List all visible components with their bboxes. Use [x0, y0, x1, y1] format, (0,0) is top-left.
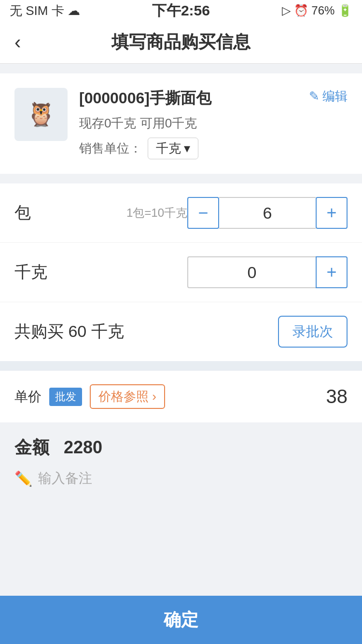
note-placeholder: 输入备注	[38, 469, 92, 488]
note-icon: ✏️	[14, 470, 32, 487]
back-button[interactable]: ‹	[14, 31, 30, 53]
record-batch-button[interactable]: 录批次	[278, 316, 348, 348]
price-section: 单价 批发 价格参照 › 38	[0, 371, 362, 422]
price-badge: 批发	[49, 388, 82, 406]
confirm-button[interactable]: 确定	[0, 596, 362, 644]
nav-bar: ‹ 填写商品购买信息	[0, 21, 362, 64]
bao-quantity-row: 包 1包=10千克 − +	[0, 183, 362, 243]
kg-controls: +	[187, 256, 348, 288]
product-unit-row: 销售单位： 千克 ▾	[79, 138, 348, 159]
status-right: ▷ ⏰ 76% 🔋	[282, 4, 352, 17]
edit-button[interactable]: ✎ 编辑	[309, 88, 348, 105]
total-row: 共购买 60 千克 录批次	[0, 302, 362, 361]
edit-icon: ✎	[309, 89, 320, 104]
price-ref-button[interactable]: 价格参照 ›	[90, 384, 165, 409]
unit-label: 销售单位：	[79, 140, 142, 157]
bao-hint: 1包=10千克	[126, 205, 187, 221]
amount-label: 金额	[14, 437, 49, 457]
kg-input[interactable]	[187, 256, 316, 288]
status-left: 无 SIM 卡 ☁	[10, 2, 80, 19]
status-time: 下午2:56	[152, 1, 210, 21]
bao-input[interactable]	[219, 197, 316, 229]
amount-section: 金额 2280 ✏️ 输入备注	[0, 422, 362, 596]
product-stock: 现存0千克 可用0千克	[79, 115, 348, 132]
bao-minus-button[interactable]: −	[187, 197, 219, 229]
page-title: 填写商品购买信息	[111, 30, 251, 54]
amount-row: 金额 2280	[14, 436, 348, 460]
amount-value: 2280	[64, 437, 102, 457]
price-value: 38	[326, 386, 348, 407]
bao-plus-button[interactable]: +	[316, 197, 348, 229]
kg-plus-button[interactable]: +	[316, 256, 348, 288]
kg-label: 千克	[14, 261, 187, 283]
quantity-section: 包 1包=10千克 − + 千克 +	[0, 183, 362, 302]
product-logo-icon: 🦉	[27, 101, 56, 128]
section-divider	[0, 361, 362, 371]
product-image: 🦉	[14, 88, 68, 141]
note-row[interactable]: ✏️ 输入备注	[14, 469, 348, 488]
product-name: [0000006]手撕面包	[79, 88, 348, 109]
product-info: [0000006]手撕面包 现存0千克 可用0千克 销售单位： 千克 ▾	[79, 88, 348, 159]
bao-controls: − +	[187, 197, 348, 229]
product-card: 🦉 [0000006]手撕面包 现存0千克 可用0千克 销售单位： 千克 ▾ ✎…	[0, 73, 362, 174]
price-row: 单价 批发 价格参照 › 38	[14, 384, 348, 409]
price-label: 单价	[14, 388, 42, 406]
bao-label: 包	[14, 202, 123, 224]
unit-select[interactable]: 千克 ▾	[148, 138, 198, 159]
total-text: 共购买 60 千克	[14, 321, 124, 343]
status-bar: 无 SIM 卡 ☁ 下午2:56 ▷ ⏰ 76% 🔋	[0, 0, 362, 21]
kg-quantity-row: 千克 +	[0, 243, 362, 302]
